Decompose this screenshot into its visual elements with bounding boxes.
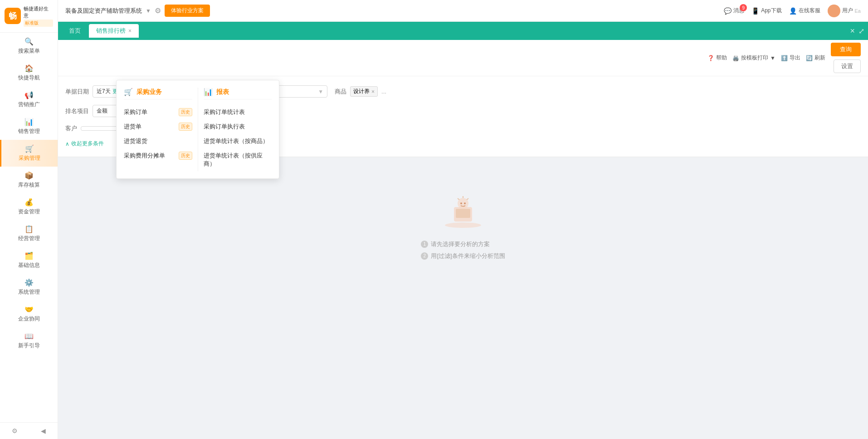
export-btn[interactable]: ⬆️ 导出: [781, 54, 800, 62]
online-service-action[interactable]: 👤 在线客服: [789, 7, 820, 15]
sidebar-item-sales[interactable]: 📊 销售管理: [0, 113, 58, 140]
hint-num-1: 1: [421, 241, 428, 248]
topbar: 装备及固定资产辅助管理系统 ▼ ⚙ 体验行业方案 💬 消息 9 📱 App下载 …: [58, 0, 868, 22]
topbar-right: 💬 消息 9 📱 App下载 👤 在线客服 用户 Ea: [724, 5, 861, 17]
sidebar-item-operations[interactable]: 📋 经营管理: [0, 220, 58, 247]
purchase-menu-icon: 🛒: [124, 88, 133, 96]
rank-value: 金额: [97, 107, 107, 115]
rank-label: 排名项目: [65, 107, 89, 115]
report-menu-icon: 📊: [204, 88, 213, 96]
user-label: 用户: [842, 7, 853, 15]
menu-divider: [198, 88, 198, 171]
tab-home[interactable]: 首页: [62, 24, 88, 38]
sidebar-nav: 🔍 搜索菜单 🏠 快捷导航 📢 营销推广 📊 销售管理 🛒 采购管理 📦 库存核…: [0, 33, 58, 422]
avatar: [828, 5, 840, 17]
window-close-btn[interactable]: ×: [850, 26, 855, 36]
finance-icon: 💰: [24, 198, 34, 207]
status-dropdown-icon: ▼: [318, 89, 323, 95]
print-dropdown-icon: ▼: [770, 55, 775, 61]
sidebar-settings-btn[interactable]: ⚙: [12, 427, 18, 434]
content-area: ❓ 帮助 🖨️ 按模板打印 ▼ ⬆️ 导出 🔄 刷新 查询 设置: [58, 40, 868, 439]
sidebar-label-corp: 企业协同: [18, 315, 40, 323]
refresh-btn[interactable]: 🔄 刷新: [806, 54, 825, 62]
stock-return-label: 进货退货: [124, 137, 192, 145]
sidebar-item-newguide[interactable]: 📖 新手引导: [0, 327, 58, 354]
inventory-icon: 📦: [24, 171, 34, 180]
logo-icon: 畅: [5, 8, 21, 24]
sys-dropdown-btn[interactable]: ▼: [146, 8, 151, 14]
settings-button[interactable]: 设置: [834, 59, 861, 73]
sidebar-bottom: ⚙ ◀: [0, 422, 58, 439]
sidebar-label-inventory: 库存核算: [18, 181, 40, 189]
query-button[interactable]: 查询: [831, 43, 861, 56]
message-action[interactable]: 💬 消息 9: [724, 7, 744, 15]
sidebar-label-purchase: 采购管理: [19, 154, 40, 162]
main-area: 装备及固定资产辅助管理系统 ▼ ⚙ 体验行业方案 💬 消息 9 📱 App下载 …: [58, 0, 868, 439]
sidebar-label-newguide: 新手引导: [18, 342, 40, 350]
hint-text-2: 用[过滤]条件来缩小分析范围: [431, 250, 505, 262]
help-icon: ❓: [707, 55, 714, 61]
print-template-btn[interactable]: 🖨️ 按模板打印 ▼: [732, 54, 775, 62]
tab-sales-rank[interactable]: 销售排行榜 ×: [89, 24, 139, 38]
message-badge: 9: [740, 4, 747, 11]
help-label: 帮助: [716, 54, 727, 62]
menu-item-stock-return[interactable]: 进货退货: [124, 134, 192, 148]
collapse-arrow-icon: ∧: [65, 141, 69, 147]
sidebar-item-marketing[interactable]: 📢 营销推广: [0, 86, 58, 113]
sys-settings-btn[interactable]: ⚙: [155, 6, 161, 15]
menu-item-purchase-expense[interactable]: 采购费用分摊单 历史: [124, 148, 192, 163]
purchase-expense-label: 采购费用分摊单: [124, 152, 176, 160]
stock-in-hist: 历史: [179, 123, 192, 131]
fullscreen-btn[interactable]: ⤢: [858, 27, 864, 35]
sidebar-item-basicinfo[interactable]: 🗂️ 基础信息: [0, 247, 58, 274]
menu-item-purchase-order-stat[interactable]: 采购订单统计表: [204, 105, 272, 119]
logo-text: 畅捷通好生意: [24, 5, 53, 20]
sidebar-item-corp[interactable]: 🤝 企业协同: [0, 301, 58, 327]
sidebar-collapse-btn[interactable]: ◀: [41, 427, 46, 434]
export-icon: ⬆️: [781, 55, 788, 61]
product-tag-close[interactable]: ×: [371, 89, 375, 95]
marketing-icon: 📢: [24, 91, 34, 99]
menu-item-stock-in-stat-supplier[interactable]: 进货单统计表（按供应商）: [204, 148, 272, 171]
print-icon: 🖨️: [732, 55, 739, 61]
refresh-label: 刷新: [814, 54, 825, 62]
sidebar-item-inventory[interactable]: 📦 库存核算: [0, 167, 58, 193]
industry-button[interactable]: 体验行业方案: [165, 5, 210, 17]
sidebar-label-quicknav: 快捷导航: [18, 74, 40, 82]
tab-close-icon[interactable]: ×: [128, 28, 132, 34]
purchase-order-hist: 历史: [179, 108, 192, 116]
logo-area: 畅 畅捷通好生意 标准版: [0, 0, 58, 33]
app-download-label: App下载: [761, 7, 781, 15]
purchase-order-exec-label: 采购订单执行表: [204, 123, 272, 131]
sidebar-label-sales: 销售管理: [18, 128, 40, 135]
svg-point-7: [460, 202, 462, 204]
sidebar: 畅 畅捷通好生意 标准版 🔍 搜索菜单 🏠 快捷导航 📢 营销推广 📊 销售管理…: [0, 0, 58, 439]
Ea-label: Ea: [855, 8, 861, 14]
user-action[interactable]: 用户 Ea: [828, 5, 861, 17]
menu-item-stock-in-stat-product[interactable]: 进货单统计表（按商品）: [204, 134, 272, 148]
purchase-col-title: 🛒 采购业务: [124, 88, 192, 99]
sidebar-item-quicknav[interactable]: 🏠 快捷导航: [0, 59, 58, 86]
sidebar-item-system[interactable]: ⚙️ 系统管理: [0, 274, 58, 301]
phone-icon: 📱: [751, 7, 759, 15]
menu-item-purchase-order-exec[interactable]: 采购订单执行表: [204, 119, 272, 134]
sidebar-item-search[interactable]: 🔍 搜索菜单: [0, 33, 58, 59]
purchase-icon: 🛒: [25, 144, 34, 153]
sidebar-item-purchase[interactable]: 🛒 采购管理: [0, 140, 58, 167]
sidebar-item-finance[interactable]: 💰 资金管理: [0, 193, 58, 220]
report-col-title-label: 报表: [216, 88, 229, 96]
collapse-label: 收起更多条件: [71, 140, 104, 148]
empty-hints: 1 请先选择要分析的方案 2 用[过滤]条件来缩小分析范围: [421, 238, 505, 262]
menu-item-purchase-order[interactable]: 采购订单 历史: [124, 105, 192, 119]
purchase-order-label: 采购订单: [124, 108, 176, 116]
tab-sales-rank-label: 销售排行榜: [96, 27, 126, 35]
menu-item-stock-in[interactable]: 进货单 历史: [124, 119, 192, 134]
avatar-image: [828, 5, 840, 17]
purchase-dropdown-menu: 🛒 采购业务 采购订单 历史 进货单 历史 进货退货 采购费用分摊单 历史: [116, 80, 279, 179]
product-dots[interactable]: ...: [381, 88, 386, 95]
operations-icon: 📋: [24, 225, 34, 233]
sales-icon: 📊: [24, 118, 34, 126]
app-download-action[interactable]: 📱 App下载: [751, 7, 781, 15]
help-btn[interactable]: ❓ 帮助: [707, 54, 727, 62]
date-preset: 近7天: [97, 88, 111, 95]
